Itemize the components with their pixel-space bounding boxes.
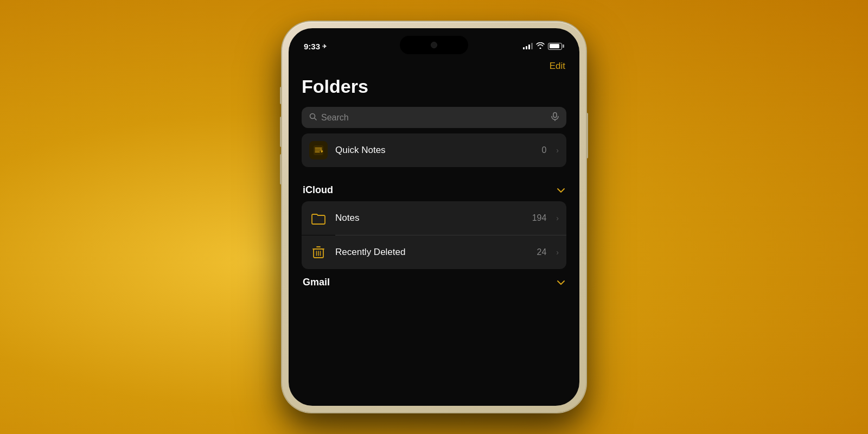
mic-icon[interactable] [551, 112, 559, 123]
phone-frame: 9:33 ✈ [282, 22, 586, 412]
quick-notes-count: 0 [541, 145, 546, 155]
phone-screen: 9:33 ✈ [289, 28, 579, 406]
battery-icon [548, 43, 564, 50]
front-camera [431, 42, 437, 48]
signal-icon [523, 43, 533, 49]
quick-notes-label: Quick Notes [335, 145, 534, 156]
status-time-group: 9:33 ✈ [304, 42, 327, 51]
quick-notes-item[interactable]: Quick Notes 0 › [302, 133, 566, 167]
gmail-chevron-icon [557, 278, 565, 288]
svg-rect-2 [553, 113, 557, 118]
svg-line-1 [315, 118, 317, 120]
time-display: 9:33 [304, 42, 320, 51]
volume-up-button [280, 117, 282, 147]
icloud-section-header[interactable]: iCloud [302, 175, 566, 201]
notes-chevron: › [556, 214, 559, 222]
icloud-items: Notes 194 › [302, 201, 566, 269]
recently-deleted-count: 24 [537, 247, 547, 257]
icloud-chevron-icon [557, 186, 565, 195]
signal-bar-2 [526, 46, 527, 49]
notes-label: Notes [335, 213, 525, 224]
mute-button [280, 87, 282, 104]
notes-item[interactable]: Notes 194 › [302, 201, 566, 235]
quick-notes-icon [309, 141, 328, 159]
status-icons [523, 42, 564, 50]
phone-wrapper: 9:33 ✈ [282, 22, 586, 412]
gmail-section-header[interactable]: Gmail [302, 269, 566, 293]
wifi-icon [536, 42, 545, 50]
signal-bar-4 [531, 43, 533, 49]
quick-notes-chevron: › [556, 146, 559, 155]
search-bar[interactable]: Search [302, 107, 566, 128]
recently-deleted-chevron: › [556, 248, 559, 257]
signal-bar-1 [523, 47, 525, 49]
icloud-title: iCloud [303, 184, 333, 196]
content-area: Folders Search [289, 56, 579, 406]
recently-deleted-label: Recently Deleted [335, 247, 529, 258]
trash-icon [309, 243, 328, 261]
search-placeholder: Search [321, 113, 547, 123]
volume-down-button [280, 154, 282, 184]
notes-folder-icon [309, 209, 328, 227]
dynamic-island [400, 36, 468, 54]
recently-deleted-item[interactable]: Recently Deleted 24 › [302, 235, 566, 269]
power-button [586, 113, 588, 158]
signal-bar-3 [528, 44, 530, 49]
page-title: Folders [302, 76, 566, 97]
notes-count: 194 [532, 213, 547, 223]
gmail-title: Gmail [303, 277, 330, 288]
search-icon [309, 113, 317, 122]
location-icon: ✈ [322, 43, 327, 49]
